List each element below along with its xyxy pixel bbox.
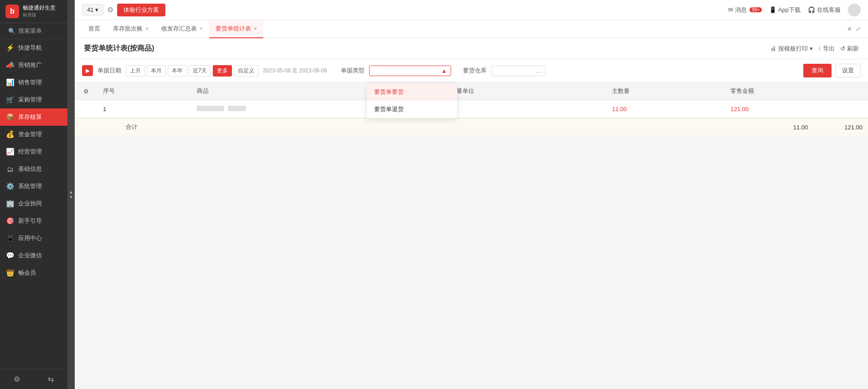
filter-settings-button[interactable]: 设置: [835, 64, 861, 77]
sidebar-item-enterprise[interactable]: 🏢 企业协同: [0, 195, 67, 212]
filter-expand-button[interactable]: ▶: [82, 65, 93, 76]
close-all-icon[interactable]: ✕: [847, 26, 852, 32]
refresh-icon: ↺: [840, 45, 845, 52]
dropdown-item-order-delivery[interactable]: 要货单要货: [367, 83, 457, 101]
sidebar-item-wechat[interactable]: 💬 企业微信: [0, 247, 67, 264]
export-button[interactable]: ↑ 导出: [818, 45, 835, 53]
date-btn-custom[interactable]: 自定义: [234, 65, 258, 77]
sidebar-item-operations[interactable]: 📈 经营管理: [0, 143, 67, 160]
date-filter-label: 单据日期: [98, 67, 121, 75]
type-chevron-up-icon: ▲: [441, 67, 447, 74]
user-avatar[interactable]: [848, 4, 861, 16]
print-dropdown-icon: ▾: [810, 45, 813, 52]
data-table: ⚙ 序号 商品 主计量单位 主数量 零售金额 1: [75, 82, 868, 118]
sidebar-item-label: 畅会员: [18, 269, 36, 277]
date-buttons: 上月 本月 本年 近7天 更多 自定义: [126, 65, 258, 77]
footer-quantity: 11.00: [793, 124, 808, 131]
online-service-button[interactable]: 🎧 在线客服: [808, 6, 841, 14]
base-info-icon: 🗂: [5, 165, 15, 173]
message-button[interactable]: ✉ 消息 99+: [728, 6, 762, 14]
th-quantity: 主数量: [606, 82, 725, 100]
sidebar-item-finance[interactable]: 💰 资金管理: [0, 126, 67, 143]
sidebar-search[interactable]: 🔍 搜索菜单: [0, 23, 67, 39]
tab-home-label: 首页: [88, 25, 100, 33]
refresh-label: 刷新: [847, 45, 859, 53]
sidebar-item-base-info[interactable]: 🗂 基础信息: [0, 160, 67, 178]
app-center-icon: 📱: [5, 234, 15, 242]
sales-icon: 📊: [5, 78, 15, 87]
tab-inventory-batch-label: 库存批次账: [113, 25, 143, 33]
filter-actions: 查询 设置: [803, 64, 861, 77]
sidebar-item-label: 销售管理: [18, 78, 42, 87]
warehouse-filter-input[interactable]: …: [491, 66, 546, 76]
tab-receive-summary[interactable]: 收发存汇总表 ×: [155, 20, 209, 38]
sidebar-item-marketing[interactable]: 📣 营销推广: [0, 56, 67, 74]
table-footer: 合计 11.00 121.00: [75, 118, 868, 136]
sidebar-item-label: 营销推广: [18, 61, 42, 69]
quick-nav-icon: ⚡: [5, 44, 15, 52]
tab-order-summary-close[interactable]: ×: [254, 26, 257, 32]
date-btn-last-month[interactable]: 上月: [126, 65, 145, 77]
sidebar: b 畅捷通好生意 标准版 🔍 搜索菜单 ⚡ 快捷导航 📣 营销推广 📊 销售管理…: [0, 0, 67, 389]
sidebar-item-member[interactable]: 👑 畅会员: [0, 264, 67, 282]
sidebar-item-label: 经营管理: [18, 148, 42, 156]
app-download-button[interactable]: 📱 App下载: [769, 6, 801, 14]
print-button[interactable]: 🖨 按模板打印 ▾: [770, 45, 813, 53]
marketing-icon: 📣: [5, 61, 15, 69]
product-placeholder-1: [197, 106, 224, 111]
table-row: 1 块 11.00 121.00: [75, 100, 868, 118]
tab-bar: 首页 库存批次账 × 收发存汇总表 × 要货单统计表 × ✕ ⤢: [75, 20, 868, 38]
sidebar-bottom: ⚙ ⇆: [0, 369, 67, 389]
page-title: 要货单统计表(按商品): [84, 44, 154, 53]
date-btn-more[interactable]: 更多: [213, 65, 232, 77]
search-label: 搜索菜单: [18, 27, 42, 35]
app-download-label: App下载: [778, 6, 801, 14]
query-button[interactable]: 查询: [803, 64, 832, 77]
sidebar-settings-btn[interactable]: ⚙: [10, 373, 24, 385]
print-label: 按模板打印: [778, 45, 808, 53]
tab-inventory-batch[interactable]: 库存批次账 ×: [107, 20, 155, 38]
date-btn-this-month[interactable]: 本月: [147, 65, 166, 77]
sidebar-collapse-btn[interactable]: ⇆: [44, 373, 57, 385]
promo-button[interactable]: 体验行业方案: [117, 4, 165, 16]
sidebar-item-purchase[interactable]: 🛒 采购管理: [0, 91, 67, 108]
date-btn-this-year[interactable]: 本年: [168, 65, 187, 77]
footer-label: 合计: [126, 123, 138, 131]
th-settings[interactable]: ⚙: [75, 82, 98, 100]
export-label: 导出: [823, 45, 835, 53]
sidebar-menu: ⚡ 快捷导航 📣 营销推广 📊 销售管理 🛒 采购管理 📦 库存核算 💰 资金管…: [0, 39, 67, 369]
expand-icon: ▶: [86, 67, 90, 74]
sidebar-item-label: 资金管理: [18, 130, 42, 138]
sidebar-item-inventory[interactable]: 📦 库存核算: [0, 108, 67, 126]
sidebar-item-app-center[interactable]: 📱 应用中心: [0, 230, 67, 247]
warehouse-more-icon[interactable]: …: [536, 67, 542, 74]
date-range-display: 2023-05-06 至 2023-06-06: [263, 67, 327, 75]
sidebar-item-guide[interactable]: 🎯 新手引导: [0, 212, 67, 230]
tab-inventory-batch-close[interactable]: ×: [145, 26, 149, 32]
date-btn-7days[interactable]: 近7天: [189, 65, 211, 77]
table-settings-icon: ⚙: [83, 88, 89, 95]
tab-home[interactable]: 首页: [82, 20, 107, 38]
cell-unit: 块: [439, 100, 606, 118]
page-header: 要货单统计表(按商品) 🖨 按模板打印 ▾ ↑ 导出 ↺ 刷新: [75, 38, 868, 59]
sidebar-item-label: 企业微信: [18, 251, 42, 260]
tab-receive-summary-close[interactable]: ×: [200, 26, 203, 32]
refresh-button[interactable]: ↺ 刷新: [840, 45, 859, 53]
dropdown-item-order-return[interactable]: 要货单退货: [367, 101, 457, 118]
tab-order-summary[interactable]: 要货单统计表 ×: [209, 20, 263, 38]
export-icon: ↑: [818, 45, 822, 52]
sidebar-item-sales[interactable]: 📊 销售管理: [0, 74, 67, 91]
maximize-icon[interactable]: ⤢: [856, 26, 861, 32]
topbar-settings-icon[interactable]: ⚙: [107, 5, 113, 14]
sidebar-item-system[interactable]: ⚙️ 系统管理: [0, 178, 67, 195]
store-selector[interactable]: 41 ▾: [82, 4, 103, 15]
logo-icon: b: [5, 5, 19, 18]
sidebar-logo: b 畅捷通好生意 标准版: [0, 0, 67, 23]
type-filter-input[interactable]: ▲: [369, 66, 451, 76]
operations-icon: 📈: [5, 148, 15, 156]
sidebar-item-quick-nav[interactable]: ⚡ 快捷导航: [0, 39, 67, 56]
warehouse-filter-label: 要货仓库: [463, 67, 487, 75]
sidebar-scroll-handle[interactable]: ▲▼: [67, 0, 75, 389]
cell-index: 1: [98, 100, 191, 118]
purchase-icon: 🛒: [5, 96, 15, 104]
